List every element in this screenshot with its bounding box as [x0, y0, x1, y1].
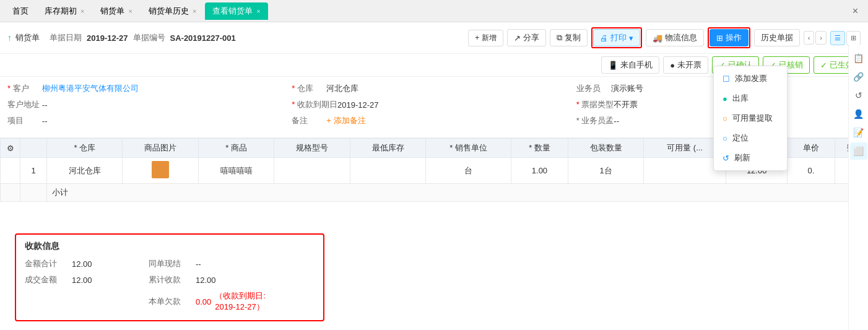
- date-value: 2019-12-27: [87, 33, 128, 43]
- logistics-button[interactable]: 🚚 物流信息: [646, 29, 704, 46]
- tab-inventory-close[interactable]: ×: [80, 7, 84, 15]
- td-product: 嘻嘻嘻嘻: [198, 158, 274, 184]
- cumulative-value: 12.00: [196, 276, 216, 285]
- next-button[interactable]: ›: [815, 31, 827, 45]
- th-price: 单价: [788, 139, 835, 158]
- tab-home-label: 首页: [12, 6, 28, 17]
- doc-type-label: 销货单: [15, 32, 40, 43]
- sidebar-icon-5[interactable]: 📝: [850, 124, 867, 141]
- due-note: （收款到期日: 2019-12-27）: [215, 290, 272, 313]
- th-qty: * 数量: [511, 139, 568, 158]
- th-product: * 商品: [198, 139, 274, 158]
- tab-sales[interactable]: 销货单 ×: [93, 2, 139, 20]
- invoice-icon: ☐: [723, 74, 730, 84]
- doc-type-icon: ↑: [7, 33, 12, 43]
- locate-icon: ○: [723, 134, 727, 143]
- footer-info: 收款信息 金额合计 12.00 同单现结 -- 成交金额 12.00: [15, 233, 324, 321]
- footer-title: 收款信息: [25, 241, 315, 252]
- warehouse-value: 河北仓库: [326, 83, 358, 94]
- footer-area: 收款信息 金额合计 12.00 同单现结 -- 成交金额 12.00: [0, 225, 868, 330]
- share-button[interactable]: ↗ 分享: [507, 29, 546, 46]
- address-label: 客户地址: [7, 99, 42, 110]
- view-toggle: ☰ ⊞: [830, 31, 861, 45]
- td-unit: 台: [426, 158, 511, 184]
- share-icon: ↗: [514, 33, 521, 43]
- tab-sales-history[interactable]: 销货单历史 ×: [141, 2, 204, 20]
- th-unit: * 销售单位: [426, 139, 511, 158]
- operation-btn-highlight: ⊞ 操作: [708, 27, 750, 48]
- sidebar-icon-3[interactable]: ↺: [850, 87, 867, 104]
- sidebar-icon-2[interactable]: 🔗: [850, 68, 867, 85]
- copy-icon: ⧉: [557, 33, 562, 43]
- cumulative-label: 累计收款: [149, 274, 192, 285]
- available-icon: ○: [723, 114, 727, 123]
- footer-grid: 金额合计 12.00 同单现结 -- 成交金额 12.00 累计收款 12.00: [25, 257, 315, 314]
- th-seq: [20, 139, 47, 158]
- note-label: 备注: [292, 115, 326, 126]
- sidebar-icon-4[interactable]: 👤: [850, 105, 867, 123]
- dropdown-available[interactable]: ○ 可用量提取: [714, 108, 787, 128]
- dropdown-add-invoice[interactable]: ☐ 添加发票: [714, 69, 787, 89]
- doc-meta: 单据日期 2019-12-27 单据编号 SA-20191227-001: [50, 32, 236, 43]
- customer-label: 客户: [7, 83, 42, 94]
- dropdown-refresh[interactable]: ↺ 刷新: [714, 148, 787, 168]
- tab-view-sales-close[interactable]: ×: [256, 7, 260, 15]
- customer-value[interactable]: 柳州粤港平安气体有限公司: [42, 83, 139, 94]
- subtotal-label: 小计: [47, 184, 868, 202]
- global-close-button[interactable]: ×: [848, 6, 863, 17]
- footer-owed: 本单欠款 0.00 （收款到期日: 2019-12-27）: [149, 289, 272, 314]
- phone-button[interactable]: 📱 来自手机: [601, 56, 659, 74]
- owed-value: 0.00: [196, 297, 211, 306]
- copy-button[interactable]: ⧉ 复制: [550, 29, 588, 46]
- transaction-label: 成交金额: [25, 274, 68, 285]
- dropdown-locate[interactable]: ○ 定位: [714, 128, 787, 148]
- operation-button[interactable]: ⊞ 操作: [710, 29, 749, 46]
- dropdown-outbound[interactable]: ● 出库: [714, 89, 787, 108]
- tab-view-sales[interactable]: 查看销货单 ×: [205, 2, 267, 20]
- tab-sales-history-label: 销货单历史: [149, 6, 189, 17]
- td-warehouse: 河北仓库: [47, 158, 123, 184]
- refresh-icon: ↺: [723, 154, 729, 163]
- list-view-button[interactable]: ☰: [830, 31, 845, 45]
- th-spec: 规格型号: [274, 139, 350, 158]
- product-image: [152, 161, 169, 178]
- print-button[interactable]: 🖨 打印 ▾: [593, 29, 640, 46]
- grid-view-button[interactable]: ⊞: [846, 31, 861, 45]
- tab-inventory-label: 库存期初: [45, 6, 77, 17]
- print-arrow: ▾: [629, 33, 633, 43]
- salesman-label: * 业务员孟: [576, 115, 614, 126]
- tab-sales-history-close[interactable]: ×: [193, 7, 196, 15]
- prev-button[interactable]: ‹: [804, 31, 815, 45]
- grid-icon: ⊞: [716, 33, 723, 43]
- transaction-value: 12.00: [72, 276, 92, 285]
- sidebar-icon-1[interactable]: 📋: [850, 50, 867, 67]
- not-open-button[interactable]: ● 未开票: [663, 56, 708, 74]
- warehouse-field: 仓库 河北仓库: [292, 83, 576, 94]
- same-order-value: --: [196, 259, 201, 269]
- phone-icon: 📱: [608, 61, 618, 70]
- tab-home[interactable]: 首页: [5, 2, 36, 20]
- operation-highlight: 🖨 打印 ▾: [591, 27, 642, 48]
- note-field: 备注 + 添加备注: [292, 115, 576, 126]
- history-button[interactable]: 历史单据: [754, 29, 800, 46]
- footer-same-order: 同单现结 --: [149, 257, 272, 271]
- content-wrapper: ↑ 销货单 单据日期 2019-12-27 单据编号 SA-20191227-0…: [0, 22, 868, 330]
- truck-icon: 🚚: [653, 33, 662, 43]
- duedate-value: 2019-12-27: [337, 100, 379, 110]
- number-value: SA-20191227-001: [170, 33, 236, 43]
- footer-cumulative: 累计收款 12.00: [149, 273, 272, 287]
- th-gear: ⚙: [1, 139, 20, 158]
- new-button[interactable]: + 新增: [468, 30, 503, 46]
- add-note-button[interactable]: + 添加备注: [326, 115, 365, 126]
- salesman-value: --: [614, 116, 619, 126]
- warehouse-label: 仓库: [292, 83, 326, 94]
- tab-inventory[interactable]: 库存期初 ×: [37, 2, 92, 20]
- th-min-stock: 最低库存: [350, 139, 425, 158]
- td-qty: 1.00: [511, 158, 568, 184]
- tab-bar: 首页 库存期初 × 销货单 × 销货单历史 × 查看销货单 × ×: [0, 0, 868, 22]
- staff-value: 演示账号: [611, 83, 643, 94]
- ticket-value: 不开票: [614, 99, 638, 110]
- sidebar-icon-6[interactable]: ⬜: [850, 142, 867, 160]
- tab-sales-close[interactable]: ×: [128, 7, 132, 15]
- td-gear: [1, 158, 20, 184]
